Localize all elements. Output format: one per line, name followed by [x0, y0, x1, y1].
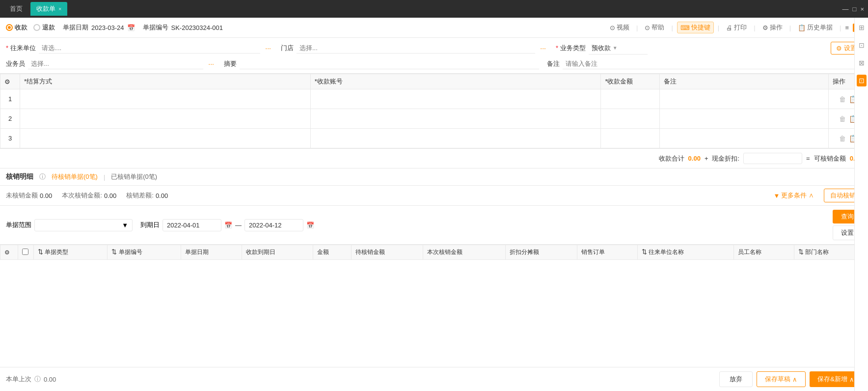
amount-cell-3[interactable]	[601, 129, 660, 148]
select-all-checkbox[interactable]	[22, 249, 28, 255]
counterpart-more-icon[interactable]: ···	[263, 44, 273, 52]
maximize-icon[interactable]: □	[853, 5, 857, 13]
nav-tab-receipts[interactable]: 收款单 ×	[30, 2, 67, 16]
btcol-due-date: 收款到期日	[242, 245, 313, 260]
dropdown-arrow-icon: ▼	[613, 45, 618, 51]
close-tab-icon[interactable]: ×	[58, 6, 61, 12]
verification-info-icon[interactable]: ⓘ	[39, 172, 46, 181]
discount-input[interactable]	[743, 153, 802, 164]
btcol-current: 本次核销金额	[423, 245, 506, 260]
shortcut-action[interactable]: ⌨ 快捷键	[677, 22, 714, 33]
salesperson-field: 业务员 ···	[6, 58, 216, 69]
store-input[interactable]	[297, 43, 535, 54]
btcol-employee: 员工名称	[733, 245, 794, 260]
main-content: 收款 退款 单据日期 2023-03-24 📅 单据编号 SK-20230324…	[0, 18, 868, 391]
summary-field: 摘要	[224, 58, 539, 69]
summary-input[interactable]	[240, 58, 539, 69]
diff-label: 核销差额:	[126, 191, 154, 200]
sep1: |	[636, 24, 638, 31]
print-action[interactable]: 🖨 打印	[723, 22, 750, 33]
btcol-doc-num: ⇅ 单据编号	[108, 245, 181, 260]
sep6: |	[840, 24, 841, 31]
table-row: 1 🗑 📋	[0, 89, 868, 109]
save-new-label: 保存&新增	[817, 375, 847, 384]
bottom-table: ⚙ ⇅ 单据类型 ⇅ 单据编号 单据日期 收款到期日 金额 待核销金额 本次核销…	[0, 245, 868, 260]
calendar-icon[interactable]: 📅	[127, 24, 135, 31]
radio-refund[interactable]: 退款	[33, 23, 55, 32]
due-date-to-input[interactable]	[244, 219, 303, 231]
due-date-label: 到期日	[140, 221, 160, 229]
row-num-2: 2	[0, 109, 20, 129]
active-tab-label: 收款单	[36, 4, 55, 13]
help-label: 帮助	[651, 23, 664, 32]
business-type-select[interactable]: 预收款 ▼	[589, 42, 648, 55]
store-more-icon[interactable]: ···	[538, 44, 548, 52]
radio-refund-dot	[33, 24, 40, 31]
form-row-2: 业务员 ··· 摘要 备注	[6, 58, 862, 69]
completed-tab[interactable]: 已核销单据(0笔)	[111, 172, 157, 181]
account-cell-2[interactable]	[310, 109, 601, 129]
help-action[interactable]: ⊙ 帮助	[642, 22, 667, 33]
sidebar-table-icon[interactable]: ⊞	[857, 22, 867, 33]
form-row-1: 往来单位 ··· 门店 ··· 业务类型 预收款 ▼ ⚙ 设置	[6, 42, 862, 55]
sep3: |	[718, 24, 719, 31]
print-icon: 🖨	[726, 24, 732, 31]
amount-cell-1[interactable]	[601, 89, 660, 109]
minimize-icon[interactable]: —	[842, 5, 849, 13]
table-row: 2 🗑 📋	[0, 109, 868, 129]
diff-value: 0.00	[156, 192, 168, 199]
settlement-cell-3[interactable]	[20, 129, 311, 148]
salesperson-more-icon[interactable]: ···	[206, 60, 216, 68]
account-cell-1[interactable]	[310, 89, 601, 109]
btcol-settings[interactable]: ⚙	[0, 245, 18, 260]
save-draft-button[interactable]: 保存草稿 ∧	[757, 371, 806, 387]
layout-icon-list[interactable]: ≡	[845, 24, 849, 31]
delete-row-1-icon[interactable]: 🗑	[839, 95, 846, 103]
nav-tab-home[interactable]: 首页	[4, 2, 28, 16]
pending-tab[interactable]: 待核销单据(0笔)	[52, 172, 98, 181]
operation-action[interactable]: ⚙ 操作	[760, 22, 786, 33]
btcol-checkbox[interactable]	[18, 245, 34, 260]
doc-range-select[interactable]: ▼	[34, 219, 133, 231]
amount-cell-2[interactable]	[601, 109, 660, 129]
remark-cell-1[interactable]	[660, 89, 829, 109]
sidebar-attach-icon[interactable]: ⊠	[857, 57, 867, 69]
business-type-field: 业务类型 预收款 ▼	[556, 42, 823, 55]
remark-cell-3[interactable]	[660, 129, 829, 148]
sidebar-scan-icon[interactable]: ⊡	[857, 75, 867, 86]
date-to-calendar-icon[interactable]: 📅	[306, 222, 314, 229]
tab-separator: |	[104, 173, 105, 181]
discard-button[interactable]: 放弃	[719, 371, 753, 387]
delete-row-3-icon[interactable]: 🗑	[839, 135, 846, 142]
salesperson-input[interactable]	[28, 58, 203, 69]
form-header: 收款 退款 单据日期 2023-03-24 📅 单据编号 SK-20230324…	[0, 18, 868, 38]
remark-input[interactable]	[563, 58, 862, 69]
right-sidebar: ⊞ ⊡ ⊠ ⊡	[854, 18, 868, 391]
history-action[interactable]: 📋 历史单据	[795, 22, 836, 33]
plus-sign: +	[705, 155, 708, 162]
operation-label: 操作	[770, 23, 783, 32]
counterpart-input[interactable]	[39, 43, 261, 54]
settlement-cell-2[interactable]	[20, 109, 311, 129]
col-settings[interactable]: ⚙	[0, 74, 20, 89]
filter-icon: ▼	[774, 192, 780, 199]
table-header: ⚙ *结算方式 *收款账号 *收款金额 备注 操作	[0, 74, 868, 89]
close-window-icon[interactable]: ×	[860, 5, 864, 13]
shortcut-icon: ⌨	[680, 24, 690, 31]
radio-receipt[interactable]: 收款	[6, 23, 27, 32]
video-action[interactable]: ⊙ 视频	[607, 22, 632, 33]
discount-label: 现金折扣:	[712, 154, 739, 163]
sidebar-copy-icon[interactable]: ⊡	[857, 39, 867, 51]
receipt-table-section: ⚙ *结算方式 *收款账号 *收款金额 备注 操作 1	[0, 74, 868, 149]
settlement-cell-1[interactable]	[20, 89, 311, 109]
delete-row-2-icon[interactable]: 🗑	[839, 115, 846, 123]
summary-label: 摘要	[224, 59, 237, 68]
form-fields-section: 往来单位 ··· 门店 ··· 业务类型 预收款 ▼ ⚙ 设置	[0, 38, 868, 74]
doc-range-label: 单据范围	[6, 221, 31, 229]
date-from-calendar-icon[interactable]: 📅	[224, 222, 232, 229]
account-cell-3[interactable]	[310, 129, 601, 148]
more-conditions-btn[interactable]: ▼ 更多条件 ∧	[774, 191, 814, 200]
current-order-info-icon[interactable]: ⓘ	[34, 375, 41, 384]
remark-cell-2[interactable]	[660, 109, 829, 129]
due-date-from-input[interactable]	[163, 219, 221, 231]
